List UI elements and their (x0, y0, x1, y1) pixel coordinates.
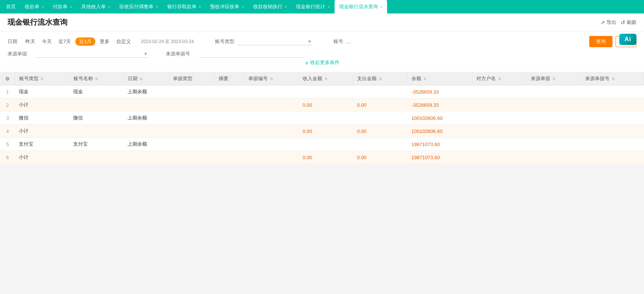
account-picker-button[interactable]: ... (346, 38, 351, 45)
cell-doc-no (245, 112, 299, 125)
cash-flow-table: ⚙ 账号类型 ⇅ 账号名称 ⇅ 日期 ⇅ 单据类型 摘要 单据 (0, 72, 644, 164)
close-icon[interactable]: × (199, 4, 201, 9)
cell-balance: 100102606.60 (408, 125, 473, 138)
cell-source-doc-no (581, 98, 644, 112)
table-col-config[interactable]: ⚙ (0, 72, 15, 85)
cell-account-type: 小计 (15, 125, 69, 138)
sort-icon: ⇅ (612, 77, 615, 81)
cell-summary (215, 151, 245, 164)
table-col-date[interactable]: 日期 ⇅ (124, 72, 169, 85)
date-shortcuts: 昨天 今天 近7天 近1月 更多 自定义 (23, 37, 133, 46)
nav-home[interactable]: 首页 (2, 0, 20, 13)
cell-balance: -3528659.33 (408, 98, 473, 112)
filter-area: 日期 昨天 今天 近7天 近1月 更多 自定义 2023-02-24 至 202… (0, 31, 644, 72)
cell-balance: 100102606.60 (408, 112, 473, 125)
nav-receive[interactable]: 收款单 × (20, 0, 48, 13)
date-more[interactable]: 更多 (98, 37, 112, 46)
cell-expense: 0.00 (353, 151, 408, 164)
cell-summary (215, 98, 245, 112)
table-col-counterpart[interactable]: 对方户名 ⇅ (472, 72, 527, 85)
nav-verify[interactable]: 收款核销执行 × (249, 0, 291, 13)
ai-badge[interactable]: Ai (619, 34, 636, 45)
table-col-source-doc-no[interactable]: 来源单据号 ⇅ (581, 72, 644, 85)
cell-balance: 19871073.60 (408, 138, 473, 151)
filter-row-1: 日期 昨天 今天 近7天 近1月 更多 自定义 2023-02-24 至 202… (8, 36, 636, 47)
cell-income (299, 138, 353, 151)
row-index: 6 (0, 151, 15, 164)
close-icon[interactable]: × (70, 4, 72, 9)
cell-counterpart (472, 125, 527, 138)
close-icon[interactable]: × (156, 4, 158, 9)
source-doc-no-input[interactable] (199, 50, 304, 58)
cell-account-name: 微信 (69, 112, 124, 125)
export-button[interactable]: ↗ 导出 (600, 19, 616, 26)
cell-balance: -3528659.33 (408, 85, 473, 98)
source-doc-select[interactable]: ▾ (36, 50, 149, 58)
header-actions: ↗ 导出 ↺ 刷新 (600, 19, 636, 26)
date-today[interactable]: 今天 (40, 37, 54, 46)
sort-icon: ⇅ (41, 77, 44, 81)
cell-income: 0.00 (299, 151, 353, 164)
nav-pay[interactable]: 付款单 × (48, 0, 77, 13)
nav-adjustment[interactable]: 应收应付调整单 × (115, 0, 162, 13)
cell-balance: 19871073.60 (408, 151, 473, 164)
sort-icon: ⇅ (379, 77, 382, 81)
close-icon[interactable]: × (380, 4, 383, 9)
cell-summary (215, 85, 245, 98)
date-yesterday[interactable]: 昨天 (23, 37, 38, 46)
cell-doc-no (245, 138, 299, 151)
row-index: 3 (0, 112, 15, 125)
table-col-income[interactable]: 收入金额 ⇅ (299, 72, 353, 85)
cell-source-doc (527, 85, 581, 98)
date-custom[interactable]: 自定义 (114, 37, 133, 46)
close-icon[interactable]: × (108, 4, 110, 9)
close-icon[interactable]: × (42, 4, 44, 9)
table-col-account-type[interactable]: 账号类型 ⇅ (15, 72, 69, 85)
sort-icon: ⇅ (270, 77, 273, 81)
table-col-account-name[interactable]: 账号名称 ⇅ (69, 72, 124, 85)
cell-date (124, 98, 169, 112)
refresh-icon: ↺ (621, 19, 625, 25)
cell-doc-no (245, 151, 299, 164)
row-index: 1 (0, 85, 15, 98)
account-type-select[interactable]: ▾ (237, 38, 312, 45)
nav-cash-stats[interactable]: 现金银行统计 × (291, 0, 334, 13)
table-col-source-doc[interactable]: 来源单据 ⇅ (527, 72, 581, 85)
sort-icon: ⇅ (324, 77, 327, 81)
query-button[interactable]: 查询 (589, 36, 612, 47)
export-icon: ↗ (600, 19, 605, 25)
cell-doc-type (169, 125, 215, 138)
cell-doc-no (245, 125, 299, 138)
cell-income (299, 112, 353, 125)
close-icon[interactable]: × (327, 4, 330, 9)
data-table-container: ⚙ 账号类型 ⇅ 账号名称 ⇅ 日期 ⇅ 单据类型 摘要 单据 (0, 72, 644, 164)
date-range-display: 2023-02-24 至 2023-03-24 (141, 39, 194, 45)
cell-expense: 0.00 (353, 125, 408, 138)
table-col-doc-no[interactable]: 单据编号 ⇅ (245, 72, 299, 85)
date-1month[interactable]: 近1月 (75, 37, 95, 46)
table-col-expense[interactable]: 支出金额 ⇅ (353, 72, 408, 85)
cell-source-doc-no (581, 125, 644, 138)
refresh-button[interactable]: ↺ 刷新 (621, 19, 636, 26)
cell-source-doc-no (581, 138, 644, 151)
cell-expense: 0.00 (353, 98, 408, 112)
cell-expense (353, 85, 408, 98)
page-header: 现金银行流水查询 ↗ 导出 ↺ 刷新 (0, 13, 644, 31)
row-index: 4 (0, 125, 15, 138)
date-7days[interactable]: 近7天 (56, 37, 73, 46)
account-label: 账号 (333, 38, 343, 45)
table-col-balance[interactable]: 余额 ⇅ (408, 72, 473, 85)
close-icon[interactable]: × (285, 4, 287, 9)
cell-source-doc (527, 138, 581, 151)
collapse-label: 收起更多条件 (310, 59, 339, 66)
table-col-summary: 摘要 (215, 72, 245, 85)
nav-bank-deposit[interactable]: 银行存取款单 × (163, 0, 206, 13)
close-icon[interactable]: × (242, 4, 244, 9)
cell-date (124, 125, 169, 138)
collapse-bar[interactable]: ∧ 收起更多条件 (8, 58, 636, 67)
date-filter-label: 日期 (8, 38, 17, 45)
nav-pre-receive[interactable]: 预收冲应收单 × (206, 0, 248, 13)
cell-source-doc (527, 112, 581, 125)
nav-cash-flow[interactable]: 现金银行流水查询 × (335, 0, 387, 13)
nav-other-income[interactable]: 其他收入单 × (77, 0, 115, 13)
